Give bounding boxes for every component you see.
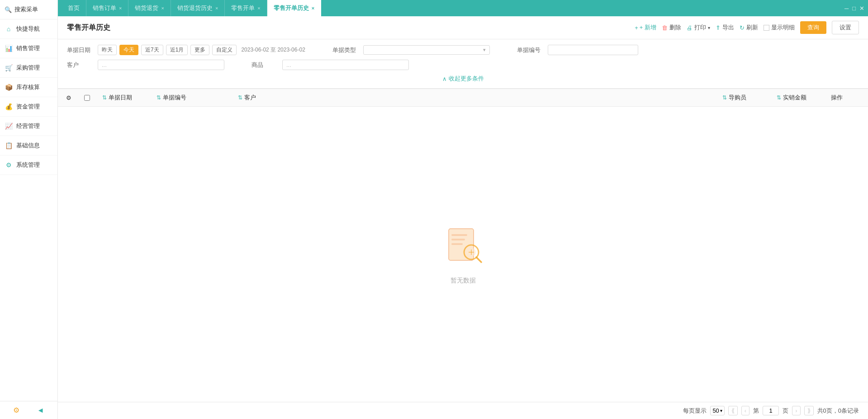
th-check[interactable] bbox=[81, 95, 99, 101]
date-filter-item: 单据日期 昨天 今天 近7天 近1月 更多 自定义 2023-06-02 至 2… bbox=[67, 45, 305, 55]
tab-retail-open-close[interactable]: × bbox=[257, 5, 260, 11]
date-filter-label: 单据日期 bbox=[67, 46, 94, 54]
date-btn-yesterday[interactable]: 昨天 bbox=[98, 45, 117, 55]
search-icon: 🔍 bbox=[5, 6, 12, 13]
goods-filter-item: 商品 ... bbox=[251, 60, 409, 70]
bill-type-select[interactable]: ▾ bbox=[363, 45, 490, 55]
bill-type-filter-item: 单据类型 ▾ bbox=[332, 45, 490, 55]
sort-date-icon[interactable]: ⇅ bbox=[102, 94, 107, 101]
th-guide-label: 导购员 bbox=[729, 94, 746, 102]
tab-home[interactable]: 首页 bbox=[62, 0, 86, 16]
sidebar-item-sys-mgmt[interactable]: ⚙ 系统管理 bbox=[0, 155, 57, 175]
page-size-select[interactable]: 50 ▾ bbox=[710, 406, 724, 415]
export-label: 导出 bbox=[722, 24, 734, 32]
restore-btn[interactable]: □ bbox=[852, 5, 856, 12]
delete-label: 删除 bbox=[669, 24, 681, 32]
sidebar-item-finance[interactable]: 💰 资金管理 bbox=[0, 97, 57, 117]
tab-retail-open-history-close[interactable]: × bbox=[312, 5, 314, 11]
table-header: ⚙ ⇅ 单据日期 ⇅ 单据编号 ⇅ 客户 ⇅ bbox=[58, 89, 868, 107]
sidebar-item-inventory[interactable]: 📦 库存核算 bbox=[0, 78, 57, 97]
query-button[interactable]: 查询 bbox=[800, 21, 826, 34]
cart-icon: 🛒 bbox=[5, 64, 13, 72]
sidebar-item-label: 基础信息 bbox=[16, 141, 40, 150]
sidebar-item-purchase-mgmt[interactable]: 🛒 采购管理 bbox=[0, 58, 57, 78]
page-title: 零售开单历史 bbox=[67, 23, 110, 33]
tab-sales-return-history-close[interactable]: × bbox=[215, 5, 218, 11]
th-customer-label: 客户 bbox=[244, 94, 256, 102]
sort-customer-icon[interactable]: ⇅ bbox=[238, 94, 242, 101]
customer-label: 客户 bbox=[67, 61, 94, 69]
date-btn-today[interactable]: 今天 bbox=[119, 45, 138, 55]
date-btn-more[interactable]: 更多 bbox=[190, 45, 209, 55]
sidebar-item-sales-mgmt[interactable]: 📊 销售管理 bbox=[0, 39, 57, 58]
bill-number-filter-item: 单据编号 bbox=[517, 45, 638, 55]
customer-select[interactable]: ... bbox=[98, 60, 224, 70]
tab-retail-open-label: 零售开单 bbox=[231, 4, 255, 12]
select-all-checkbox[interactable] bbox=[84, 95, 90, 101]
th-amount-label: 实销金额 bbox=[783, 94, 806, 102]
show-detail-button[interactable]: 显示明细 bbox=[764, 24, 795, 32]
goods-label: 商品 bbox=[251, 61, 279, 69]
empty-illustration bbox=[441, 224, 486, 269]
tab-bar-controls: ─ □ ✕ bbox=[844, 5, 864, 12]
goods-dots: ... bbox=[286, 61, 291, 68]
sidebar-search[interactable]: 🔍 搜索采单 bbox=[0, 0, 57, 19]
tab-sales-order-close[interactable]: × bbox=[119, 5, 122, 11]
table-area: ⚙ ⇅ 单据日期 ⇅ 单据编号 ⇅ 客户 ⇅ bbox=[58, 89, 868, 419]
chart-icon: 📊 bbox=[5, 44, 13, 52]
chevron-up-icon: ∧ bbox=[442, 75, 447, 82]
prev-page-btn[interactable]: ‹ bbox=[741, 406, 749, 415]
tab-sales-order[interactable]: 销售订单 × bbox=[86, 0, 128, 16]
tab-sales-return-label: 销货退货 bbox=[135, 4, 158, 12]
tab-sales-return-close[interactable]: × bbox=[161, 5, 164, 11]
tab-retail-open[interactable]: 零售开单 × bbox=[225, 0, 267, 16]
svg-rect-2 bbox=[451, 239, 465, 240]
bill-number-input[interactable] bbox=[548, 45, 638, 55]
delete-button[interactable]: 🗑 删除 bbox=[662, 24, 681, 32]
export-button[interactable]: ⇑ 导出 bbox=[716, 24, 734, 32]
page-number-input[interactable] bbox=[763, 406, 779, 415]
print-button[interactable]: 🖨 打印 ▾ bbox=[687, 24, 710, 32]
sidebar-item-basic-info[interactable]: 📋 基础信息 bbox=[0, 136, 57, 155]
page-label: 页 bbox=[783, 407, 788, 415]
setting-button[interactable]: 设置 bbox=[832, 21, 859, 34]
tab-sales-return[interactable]: 销货退货 × bbox=[128, 0, 171, 16]
goods-select[interactable]: ... bbox=[282, 60, 409, 70]
th-setting[interactable]: ⚙ bbox=[62, 94, 81, 101]
tab-retail-open-history[interactable]: 零售开单历史 × bbox=[267, 0, 321, 16]
last-page-btn[interactable]: ⟫ bbox=[804, 406, 814, 415]
page-size-value: 50 bbox=[712, 407, 719, 414]
settings-bottom-icon[interactable]: ⚙ bbox=[13, 406, 19, 414]
date-btn-custom[interactable]: 自定义 bbox=[212, 45, 237, 55]
collapse-label: 收起更多条件 bbox=[449, 75, 484, 83]
date-shortcuts: 昨天 今天 近7天 近1月 更多 自定义 2023-06-02 至 2023-0… bbox=[98, 45, 305, 55]
sort-amount-icon[interactable]: ⇅ bbox=[777, 94, 781, 101]
next-page-btn[interactable]: › bbox=[792, 406, 800, 415]
sidebar-item-quick-nav[interactable]: ⌂ 快捷导航 bbox=[0, 19, 57, 39]
bill-type-label: 单据类型 bbox=[332, 46, 360, 54]
sidebar-item-label: 快捷导航 bbox=[16, 25, 40, 33]
print-label: 打印 bbox=[694, 24, 706, 32]
date-btn-1month[interactable]: 近1月 bbox=[166, 45, 188, 55]
date-btn-7days[interactable]: 近7天 bbox=[141, 45, 163, 55]
first-page-btn[interactable]: ⟪ bbox=[728, 406, 738, 415]
sidebar-item-label: 采购管理 bbox=[16, 64, 40, 72]
minimize-btn[interactable]: ─ bbox=[844, 5, 849, 12]
gear-icon: ⚙ bbox=[5, 161, 13, 169]
tab-home-label: 首页 bbox=[68, 4, 80, 12]
empty-state: 暂无数据 bbox=[58, 107, 868, 402]
tab-sales-return-history-label: 销货退货历史 bbox=[177, 4, 213, 12]
sort-bill-icon[interactable]: ⇅ bbox=[157, 94, 161, 101]
customer-dots: ... bbox=[102, 61, 107, 68]
toolbar: + + 新增 🗑 删除 🖨 打印 ▾ ⇑ 导出 ↻ bbox=[635, 21, 859, 34]
refresh-button[interactable]: ↻ 刷新 bbox=[740, 24, 758, 32]
sidebar-item-label: 系统管理 bbox=[16, 161, 40, 169]
collapse-sidebar-icon[interactable]: ◄ bbox=[37, 406, 44, 414]
close-btn[interactable]: ✕ bbox=[859, 5, 864, 12]
collapse-filter-btn[interactable]: ∧ 收起更多条件 bbox=[67, 75, 859, 83]
new-button[interactable]: + + 新增 bbox=[635, 24, 656, 32]
sidebar-item-ops-mgmt[interactable]: 📈 经营管理 bbox=[0, 117, 57, 136]
sort-guide-icon[interactable]: ⇅ bbox=[722, 94, 727, 101]
svg-rect-1 bbox=[451, 234, 467, 236]
tab-sales-return-history[interactable]: 销货退货历史 × bbox=[171, 0, 225, 16]
